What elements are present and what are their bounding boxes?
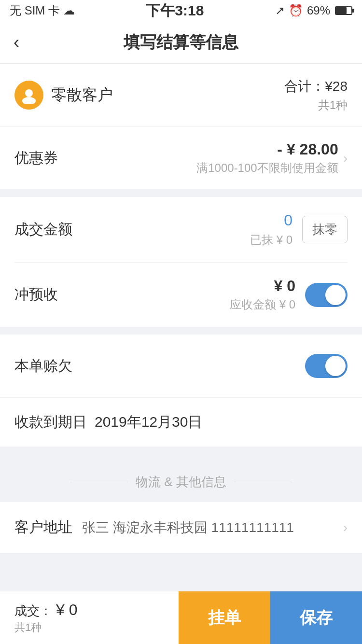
status-bar: 无 SIM 卡 ☁ 下午3:18 ↗ ⏰ 69% <box>0 0 362 21</box>
nav-bar: ‹ 填写结算等信息 <box>0 21 362 64</box>
bottom-deal-amount: ¥ 0 <box>56 601 77 619</box>
customer-row[interactable]: 零散客户 合计：¥28 共1种 <box>0 64 362 126</box>
sim-label: 无 SIM 卡 ☁ <box>10 3 75 18</box>
customer-card: 零散客户 合计：¥28 共1种 优惠券 - ¥ 28.00 满1000-100不… <box>0 64 362 189</box>
prepay-amount: ¥ 0 <box>230 277 295 295</box>
deal-amount-value[interactable]: 0 <box>250 211 292 229</box>
customer-avatar <box>14 81 43 110</box>
logistics-header: 物流 & 其他信息 <box>0 462 362 502</box>
main-content: 零散客户 合计：¥28 共1种 优惠券 - ¥ 28.00 满1000-100不… <box>0 64 362 618</box>
due-date-label: 收款到期日 <box>14 412 87 432</box>
customer-right: 合计：¥28 共1种 <box>284 77 348 113</box>
customer-name: 零散客户 <box>51 84 113 106</box>
address-card: 客户地址 张三 海淀永丰科技园 11111111111 › <box>0 502 362 553</box>
deal-amount-value-area: 0 已抹 ¥ 0 抹零 <box>250 211 348 248</box>
debit-row: 本单赊欠 <box>0 335 362 397</box>
hold-button[interactable]: 挂单 <box>179 591 270 644</box>
coupon-right: - ¥ 28.00 满1000-100不限制使用金额 › <box>196 140 348 176</box>
back-button[interactable]: ‹ <box>14 32 19 53</box>
address-value: 张三 海淀永丰科技园 11111111111 <box>82 518 343 537</box>
battery-icon <box>335 6 352 15</box>
status-right: ↗ ⏰ 69% <box>275 4 352 17</box>
battery-percent: 69% <box>307 4 330 17</box>
prepay-toggle[interactable] <box>305 283 348 307</box>
section-divider-1 <box>0 327 362 335</box>
deal-amount-card: 成交金额 0 已抹 ¥ 0 抹零 冲预收 ¥ 0 应收金额 ¥ 0 <box>0 197 362 327</box>
status-left: 无 SIM 卡 ☁ <box>10 3 75 18</box>
bottom-deal-count: 共1种 <box>14 620 164 635</box>
debit-toggle[interactable] <box>305 354 348 378</box>
due-date-value: 2019年12月30日 <box>95 412 202 432</box>
coupon-info: - ¥ 28.00 满1000-100不限制使用金额 <box>196 140 338 176</box>
coupon-label: 优惠券 <box>14 148 58 168</box>
status-time: 下午3:18 <box>146 1 204 21</box>
coupon-chevron-icon: › <box>343 151 348 166</box>
prepay-sub: 应收金额 ¥ 0 <box>230 297 295 312</box>
prepay-toggle-knob <box>325 285 346 305</box>
svg-point-1 <box>22 97 36 104</box>
customer-total: 合计：¥28 <box>284 77 348 96</box>
section-divider-2 <box>0 454 362 462</box>
customer-count: 共1种 <box>284 98 348 113</box>
customer-left: 零散客户 <box>14 81 113 110</box>
address-row[interactable]: 客户地址 张三 海淀永丰科技园 11111111111 › <box>0 502 362 553</box>
prepay-label: 冲预收 <box>14 285 58 305</box>
debit-label: 本单赊欠 <box>14 356 72 376</box>
debit-card: 本单赊欠 收款到期日 2019年12月30日 <box>0 335 362 447</box>
round-zero-button[interactable]: 抹零 <box>302 216 348 243</box>
page-title: 填写结算等信息 <box>124 31 238 54</box>
location-icon: ↗ <box>275 4 285 17</box>
save-button[interactable]: 保存 <box>270 591 362 644</box>
svg-point-0 <box>25 89 33 97</box>
prepay-right: ¥ 0 应收金额 ¥ 0 <box>230 277 295 312</box>
deal-amount-right: 0 已抹 ¥ 0 <box>250 211 292 248</box>
coupon-row[interactable]: 优惠券 - ¥ 28.00 满1000-100不限制使用金额 › <box>0 126 362 189</box>
alarm-icon: ⏰ <box>289 4 303 17</box>
bottom-summary: 成交： ¥ 0 共1种 <box>0 601 179 635</box>
bottom-deal-row: 成交： ¥ 0 <box>14 601 164 619</box>
deal-amount-label: 成交金额 <box>14 220 72 239</box>
debit-toggle-knob <box>325 356 346 376</box>
address-chevron-icon: › <box>343 520 348 535</box>
bottom-deal-label: 成交： <box>14 602 52 619</box>
logistics-title: 物流 & 其他信息 <box>0 474 362 490</box>
due-date-row[interactable]: 收款到期日 2019年12月30日 <box>0 397 362 447</box>
deal-amount-sub: 已抹 ¥ 0 <box>250 232 292 248</box>
prepay-row: 冲预收 ¥ 0 应收金额 ¥ 0 <box>14 263 348 327</box>
address-label: 客户地址 <box>14 518 72 537</box>
bottom-bar: 成交： ¥ 0 共1种 挂单 保存 <box>0 591 362 644</box>
deal-amount-row: 成交金额 0 已抹 ¥ 0 抹零 <box>14 197 348 263</box>
coupon-desc: 满1000-100不限制使用金额 <box>196 160 338 176</box>
coupon-amount: - ¥ 28.00 <box>196 140 338 158</box>
prepay-value-area: ¥ 0 应收金额 ¥ 0 <box>230 277 348 312</box>
